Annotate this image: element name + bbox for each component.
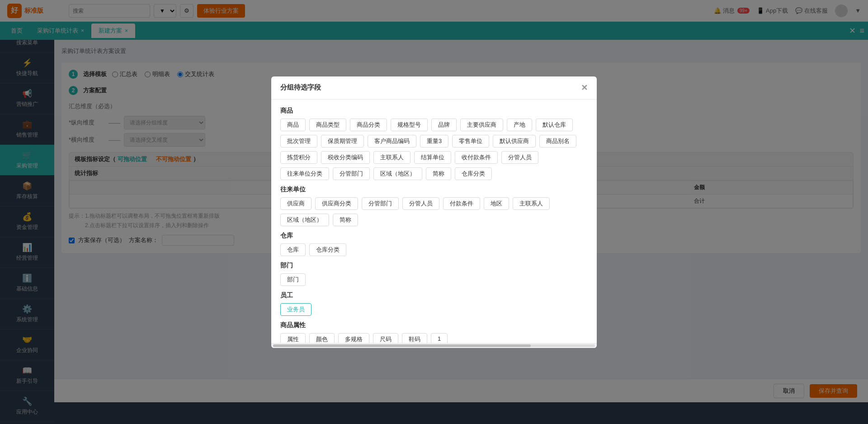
field-tag[interactable]: 商品类型 (309, 119, 346, 131)
field-tag[interactable]: 颜色 (309, 333, 335, 343)
field-tag[interactable]: 简称 (426, 167, 451, 180)
field-tag[interactable]: 收付款条件 (455, 151, 498, 164)
modal-title: 分组待选字段 (280, 83, 321, 92)
field-tag[interactable]: 分管人员 (402, 197, 439, 210)
h-scrollbar-thumb (273, 344, 531, 347)
field-tag[interactable]: 仓库分类 (455, 167, 492, 180)
field-tag[interactable]: 主要供应商 (460, 119, 503, 131)
field-tag[interactable]: 分管部门 (362, 197, 399, 210)
field-tag[interactable]: 分管人员 (501, 151, 538, 164)
section-title-goods-attr: 商品属性 (280, 321, 588, 329)
field-tag[interactable]: 主联系人 (373, 151, 410, 164)
field-tag[interactable]: 默认供应商 (493, 135, 536, 148)
modal-close-button[interactable]: ✕ (581, 83, 588, 93)
section-title-partner: 往来单位 (280, 186, 588, 194)
field-tag[interactable]: 主联系人 (513, 197, 550, 210)
field-tag[interactable]: 规格型号 (391, 119, 428, 131)
field-tag[interactable]: 多规格 (338, 333, 369, 343)
field-grid-department: 部门 (280, 273, 588, 286)
field-tag[interactable]: 拣货积分 (280, 151, 317, 164)
section-title-employee: 员工 (280, 291, 588, 300)
field-tag[interactable]: 供应商分类 (315, 197, 358, 210)
field-tag[interactable]: 保质期管理 (321, 135, 364, 148)
field-grid-goods: 商品 商品类型 商品分类 规格型号 品牌 主要供应商 产地 默认仓库 批次管理 … (280, 119, 588, 180)
field-tag[interactable]: 产地 (507, 119, 532, 131)
field-tag[interactable]: 付款条件 (443, 197, 480, 210)
field-tag[interactable]: 地区 (484, 197, 509, 210)
section-title-department: 部门 (280, 262, 588, 270)
field-tag[interactable]: 零售单位 (452, 135, 489, 148)
field-tag[interactable]: 重量3 (420, 135, 448, 148)
field-tag[interactable]: 客户商品编码 (368, 135, 416, 148)
field-tag[interactable]: 简称 (333, 214, 358, 226)
field-tag[interactable]: 商品分类 (350, 119, 387, 131)
field-tag[interactable]: 默认仓库 (536, 119, 573, 131)
modal: 分组待选字段 ✕ 商品 商品 商品类型 商品分类 规格型号 品牌 主要供应商 产… (271, 76, 597, 348)
field-tag[interactable]: 品牌 (431, 119, 457, 131)
field-tag[interactable]: 仓库分类 (309, 243, 346, 256)
modal-body: 商品 商品 商品类型 商品分类 规格型号 品牌 主要供应商 产地 默认仓库 批次… (271, 100, 597, 343)
field-tag[interactable]: 商品 (280, 119, 306, 131)
field-tag[interactable]: 区域（地区） (280, 214, 329, 226)
field-tag-employee-salesman[interactable]: 业务员 (280, 303, 311, 316)
field-grid-goods-attr: 属性 颜色 多规格 尺码 鞋码 1 (280, 333, 588, 343)
field-tag[interactable]: 区域（地区） (373, 167, 422, 180)
field-tag[interactable]: 分管部门 (333, 167, 370, 180)
field-tag[interactable]: 商品别名 (539, 135, 576, 148)
field-tag[interactable]: 供应商 (280, 197, 311, 210)
section-title-warehouse: 仓库 (280, 232, 588, 240)
field-tag[interactable]: 部门 (280, 273, 306, 286)
field-tag[interactable]: 批次管理 (280, 135, 317, 148)
h-scrollbar[interactable] (273, 344, 595, 347)
modal-header: 分组待选字段 ✕ (271, 76, 597, 100)
field-tag[interactable]: 结算单位 (414, 151, 451, 164)
modal-horizontal-scrollbar[interactable] (271, 343, 597, 348)
field-tag[interactable]: 仓库 (280, 243, 306, 256)
field-grid-employee: 业务员 (280, 303, 588, 316)
field-tag[interactable]: 往来单位分类 (280, 167, 329, 180)
field-tag[interactable]: 税收分类编码 (321, 151, 370, 164)
modal-overlay: 分组待选字段 ✕ 商品 商品 商品类型 商品分类 规格型号 品牌 主要供应商 产… (0, 0, 868, 424)
field-tag[interactable]: 1 (431, 333, 448, 343)
field-grid-warehouse: 仓库 仓库分类 (280, 243, 588, 256)
field-tag[interactable]: 尺码 (373, 333, 398, 343)
field-tag[interactable]: 鞋码 (402, 333, 427, 343)
field-grid-partner: 供应商 供应商分类 分管部门 分管人员 付款条件 地区 主联系人 区域（地区） … (280, 197, 588, 226)
field-tag[interactable]: 属性 (280, 333, 306, 343)
section-title-goods: 商品 (280, 107, 588, 115)
